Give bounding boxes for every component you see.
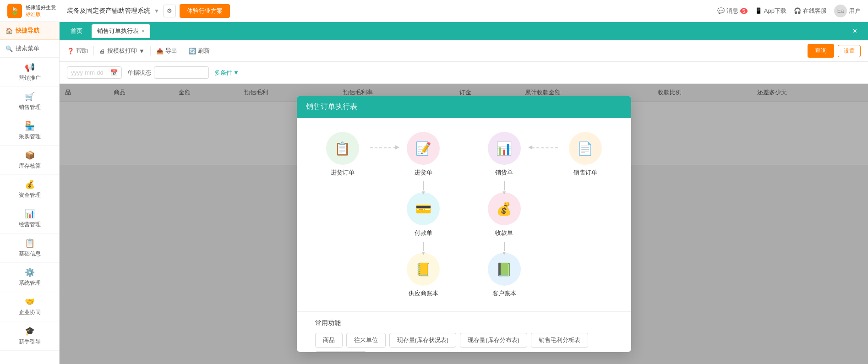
flow-arrow-left-1: [532, 147, 558, 161]
marketing-icon: 📢: [25, 62, 35, 72]
receipt-circle: 💰: [488, 192, 521, 225]
func-btn-product-profit[interactable]: 商品毛利分析: [315, 351, 366, 352]
more-conditions-button[interactable]: 多条件 ▼: [214, 69, 239, 77]
flow-node-purchase-bill[interactable]: 📝 进货单: [396, 132, 451, 177]
search-menu-item[interactable]: 🔍 搜索菜单: [0, 40, 59, 58]
flow-arrows-row: [315, 181, 613, 190]
search-icon: 🔍: [5, 45, 13, 52]
purchase-bill-label: 进货单: [415, 168, 432, 177]
func-btn-stock-dist[interactable]: 现存量(库存分布表): [460, 333, 527, 348]
sidebar-item-system[interactable]: ⚙️ 系统管理: [0, 263, 59, 292]
logo-area: 🍃 畅康通好生意 标准版: [7, 4, 67, 18]
flow-node-payment[interactable]: 💳 付款单: [396, 192, 451, 237]
tab-bar-close-icon[interactable]: ×: [846, 27, 864, 35]
query-button[interactable]: 查询: [808, 44, 834, 58]
spacer3: [451, 181, 477, 190]
system-dropdown-arrow[interactable]: ▼: [154, 8, 159, 14]
expand-icon: ▼: [233, 69, 239, 76]
func-btn-stock-status[interactable]: 现存量(库存状况表): [389, 333, 457, 348]
tab-bar: 首页 销售订单执行表 × ×: [60, 22, 868, 40]
arrow-v-1: [423, 181, 424, 190]
spacer-middle: [451, 148, 477, 161]
message-button[interactable]: 💬 消息 5: [717, 7, 748, 15]
modal-header: 销售订单执行表: [297, 96, 631, 118]
spacer-right: [558, 181, 613, 190]
template-print-button[interactable]: 🖨 按模板打印 ▼: [99, 47, 145, 55]
logo-icon: 🍃: [7, 4, 22, 18]
func-btn-product[interactable]: 商品: [315, 333, 343, 348]
sidebar-item-basic[interactable]: 📋 基础信息: [0, 234, 59, 263]
experience-button[interactable]: 体验行业方案: [180, 4, 230, 18]
logo-text: 畅康通好生意 标准版: [26, 4, 56, 17]
arrow-v-3: [423, 242, 424, 251]
flow-node-receipt[interactable]: 💰 收款单: [477, 192, 532, 237]
payment-circle: 💳: [407, 192, 440, 225]
calendar-icon: 📅: [110, 69, 118, 76]
set-button[interactable]: 设置: [838, 45, 861, 57]
gear-button[interactable]: ⚙: [163, 5, 176, 17]
flow-arrows-row2: [315, 242, 613, 251]
status-select[interactable]: [154, 66, 209, 79]
arrow-v-4: [504, 242, 505, 251]
operation-icon: 📊: [25, 209, 35, 219]
supplier-ledger-circle: 📒: [407, 253, 440, 286]
home-icon: 🏠: [5, 27, 13, 34]
sidebar-item-inventory[interactable]: 📦 库存核算: [0, 146, 59, 175]
sale-bill-circle: 📊: [488, 132, 521, 165]
tab-close-icon[interactable]: ×: [142, 28, 145, 34]
sidebar-item-newbie[interactable]: 🎓 新手引导: [0, 321, 59, 351]
finance-icon: 💰: [25, 179, 35, 190]
flow-node-purchase-order[interactable]: 📋 进货订单: [315, 132, 370, 177]
top-right-area: 💬 消息 5 📱 App下载 🎧 在线客服 Ea 用户: [717, 5, 861, 17]
service-icon: 🎧: [794, 7, 801, 14]
date-start-input[interactable]: yyyy-mm-dd 📅: [67, 66, 122, 79]
flow-node-customer-ledger[interactable]: 📗 客户账本: [477, 253, 532, 298]
sidebar-item-enterprise[interactable]: 🤝 企业协同: [0, 292, 59, 321]
sidebar-item-operation[interactable]: 📊 经营管理: [0, 204, 59, 234]
newbie-icon: 🎓: [25, 326, 35, 336]
help-button[interactable]: ❓ 帮助: [67, 47, 88, 55]
flow-node-supplier-ledger[interactable]: 📒 供应商账本: [396, 253, 451, 298]
arrow-line-1: [370, 147, 396, 148]
user-menu-button[interactable]: Ea 用户: [834, 5, 861, 17]
avatar: Ea: [834, 5, 847, 17]
quick-nav-header[interactable]: 🏠 快捷导航: [0, 22, 59, 40]
message-badge: 5: [740, 8, 748, 14]
receipt-label: 收款单: [495, 229, 513, 237]
spacer-l2: [315, 242, 370, 251]
top-bar: 🍃 畅康通好生意 标准版 装备及固定资产辅助管理系统 ▼ ⚙ 体验行业方案 💬 …: [0, 0, 868, 22]
date-field: yyyy-mm-dd 📅: [67, 66, 122, 79]
basic-icon: 📋: [25, 238, 35, 248]
flow-node-sale-order[interactable]: 📄 销售订单: [558, 132, 613, 177]
func-btn-counterpart[interactable]: 往来单位: [346, 333, 386, 348]
refresh-button[interactable]: 🔄 刷新: [189, 47, 210, 55]
purchase-order-circle: 📋: [326, 132, 359, 165]
online-service-button[interactable]: 🎧 在线客服: [794, 7, 827, 15]
flow-row-3: 📒 供应商账本 📗 客户账本: [315, 253, 613, 298]
tab-sales-order[interactable]: 销售订单执行表 ×: [92, 24, 150, 38]
modal-overlay[interactable]: 销售订单执行表 📋 进货订单: [60, 84, 868, 364]
flow-node-sale-bill[interactable]: 📊 销货单: [477, 132, 532, 177]
arrow-down-payment: [396, 242, 451, 251]
func-btn-sales-profit[interactable]: 销售毛利分析表: [531, 333, 588, 348]
search-area: yyyy-mm-dd 📅 单据状态 多条件 ▼: [60, 62, 868, 84]
sidebar-item-marketing[interactable]: 📢 营销推广: [0, 58, 59, 87]
common-func-title: 常用功能: [315, 319, 613, 327]
tab-home[interactable]: 首页: [63, 23, 90, 39]
help-icon: ❓: [67, 48, 74, 54]
sidebar-item-finance[interactable]: 💰 资金管理: [0, 175, 59, 204]
sidebar-item-purchase[interactable]: 🏪 采购管理: [0, 116, 59, 146]
divider1: [93, 46, 94, 55]
export-button[interactable]: 📤 导出: [156, 47, 177, 55]
purchase-icon: 🏪: [25, 121, 35, 131]
app-download-button[interactable]: 📱 App下载: [755, 7, 786, 15]
content-area: 首页 销售订单执行表 × × ❓ 帮助 🖨 按模板打印 ▼: [60, 22, 868, 364]
common-functions-area: 常用功能 商品 往来单位 现存量(库存状况表) 现存量(库存分布表) 销售毛利分…: [297, 311, 631, 352]
sidebar-item-sales[interactable]: 🛒 销售管理: [0, 87, 59, 116]
flow-row-1: 📋 进货订单 📝 进货单: [315, 132, 613, 177]
system-icon: ⚙️: [25, 267, 35, 277]
status-field: 单据状态: [127, 66, 209, 79]
download-icon: 📱: [755, 7, 762, 14]
sale-order-label: 销售订单: [573, 168, 597, 177]
message-icon: 💬: [717, 7, 725, 14]
